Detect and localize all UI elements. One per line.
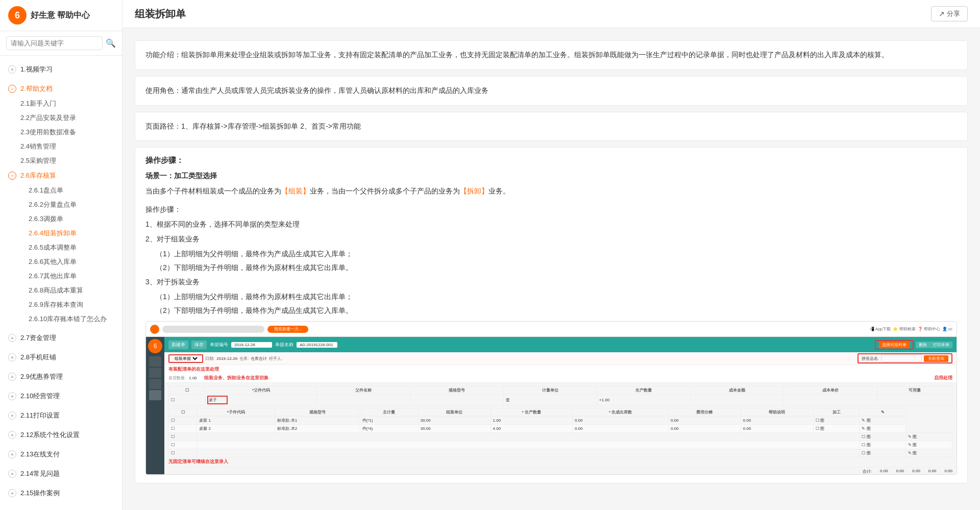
sim-total-last: 0.00 — [944, 469, 952, 474]
sim-date-label: 日期: — [205, 356, 214, 361]
sidebar-item-cases-label: 2.15操作案例 — [20, 489, 60, 498]
sidebar-item-other-outbound[interactable]: 2.6.7其他出库单 — [8, 269, 122, 283]
sidebar-item-ops[interactable]: + 2.10经营管理 — [0, 388, 122, 404]
table-row-2-5: ☐ ☐ 图 ✎ 图 — [169, 449, 952, 457]
sim-nav-btn: 预览新建一方... — [274, 326, 302, 332]
sim-doc-no-value: 2019-12-26 — [231, 342, 272, 348]
sidebar-item-install[interactable]: 2.2产品安装及登录 — [0, 111, 122, 125]
share-button[interactable]: ↗ 分享 — [931, 6, 968, 21]
sidebar-item-data-prep[interactable]: 2.3使用前数据准备 — [0, 125, 122, 139]
th2-avail: 帮助说明 — [741, 408, 813, 417]
td-unit-1: 套 — [503, 395, 597, 406]
content-area: 功能介绍：组装拆卸单用来处理企业组装或拆卸等加工业务，支持有固定装配清单的产品加… — [122, 28, 980, 510]
sidebar-header: 6 好生意 帮助中心 — [0, 0, 122, 31]
sidebar-item-inventory-label: 2.6库存核算 — [20, 171, 56, 180]
sidebar-item-beginner[interactable]: 2.1新手入门 — [0, 96, 122, 111]
sidebar-item-purchase[interactable]: 2.5采购管理 — [0, 154, 122, 168]
sidebar-item-coupon[interactable]: + 2.9优惠券管理 — [0, 369, 122, 384]
sidebar-item-ops-label: 2.10经营管理 — [20, 392, 60, 401]
sidebar-item-stocktake[interactable]: 2.6.1盘点单 — [8, 183, 122, 198]
logo-text: 好生意 帮助中心 — [31, 10, 90, 21]
nav-section-print: + 2.11打印设置 — [0, 406, 122, 425]
sim-type-select: 组装单据 拆卸单据 — [173, 356, 199, 361]
td-qty-1: +1.00 — [597, 395, 690, 406]
steps-block: 操作步骤： 场景一：加工类型选择 当由多个子件材料组装成一个成品的业务为【组装】… — [135, 147, 968, 483]
td-select-1: ☐ — [169, 395, 205, 406]
sidebar-item-transfer[interactable]: 2.6.3调拨单 — [8, 212, 122, 226]
steps-title: 操作步骤： — [145, 156, 957, 165]
sim-total-label: 发货数量: — [168, 375, 186, 381]
td-unit-cost-1 — [783, 395, 877, 406]
sidebar-item-mobile-label: 2.8手机旺铺 — [20, 353, 56, 362]
sidebar-item-cases[interactable]: + 2.15操作案例 — [0, 485, 122, 501]
nav-section-personalize: + 2.12系统个性化设置 — [0, 425, 122, 445]
sidebar-item-assembly[interactable]: 2.6.4组装拆卸单 — [8, 226, 122, 240]
td2-unit-1: 30.00 — [418, 417, 491, 425]
sim-header-print: 打印本单 — [930, 342, 952, 348]
sidebar-item-personalize-label: 2.12系统个性化设置 — [20, 430, 80, 440]
expand-icon-video: + — [8, 65, 16, 74]
sim-assembly-confirm-btn: 选择对应料单 — [879, 342, 910, 348]
sim-total-other-val: 0.00 — [928, 469, 937, 474]
sidebar-item-other-inbound[interactable]: 2.6.6其他入库单 — [8, 255, 122, 269]
sidebar-item-ledger-fix[interactable]: 2.6.10库存账本错了怎么办 — [8, 312, 122, 326]
td-code-highlight: 桌子 — [207, 396, 228, 404]
td2-edit-5: ✎ 图 — [906, 449, 952, 457]
th2-op: 加工 — [813, 408, 860, 417]
sidebar-item-finance[interactable]: + 2.7资金管理 — [0, 330, 122, 346]
search-button[interactable]: 🔍 — [106, 38, 116, 48]
sidebar-item-personalize[interactable]: + 2.12系统个性化设置 — [0, 427, 122, 443]
sidebar-item-docs[interactable]: − 2.帮助文档 — [0, 81, 122, 96]
sim-top-icons: 📲 App下载⭐ 帮助检索❓ 帮助中心👤 cc — [869, 326, 952, 332]
th-item-code: *父件代码 — [205, 386, 317, 395]
scene1-title: 场景一：加工类型选择 — [145, 172, 957, 181]
td2-op-1: ☐ 图 — [813, 417, 860, 425]
sim-totals-row: 发货数量: 1.00 组装业务、拆卸业务在这里切换 启用处理 — [164, 374, 957, 383]
sim-search-btn: 关联查询 — [924, 355, 948, 362]
sim-date-value: 2019-12-26 — [216, 356, 237, 361]
sidebar-item-mobile[interactable]: + 2.8手机旺铺 — [0, 350, 122, 365]
th2-edit: ✎ — [860, 408, 906, 417]
td2-edit-3: ✎ 图 — [906, 433, 952, 441]
sidebar-item-print[interactable]: + 2.11打印设置 — [0, 408, 122, 423]
highlight-disassembly: 【拆卸】 — [460, 187, 488, 195]
sidebar-item-cost-recalc[interactable]: 2.6.8商品成本重算 — [8, 283, 122, 298]
main-content: 组装拆卸单 ↗ 分享 功能介绍：组装拆卸单用来处理企业组装或拆卸等加工业务，支持… — [122, 0, 980, 510]
sim-logo-icon — [150, 325, 159, 334]
nav-section-faq: + 2.14常见问题 — [0, 464, 122, 483]
table-row-2-4: ☐ ☐ 图 ✎ 图 — [169, 441, 952, 449]
step3-text: 3、对于拆装业务 — [145, 276, 957, 288]
expand-icon-faq: + — [8, 470, 16, 478]
sidebar-item-pay[interactable]: + 2.13在线支付 — [0, 447, 122, 462]
sim-annotation1-container: 组装单据 拆卸单据 日期: 2019-12-26 仓库: 仓库合计 经手人: — [164, 352, 957, 374]
sidebar-item-cost-adjust[interactable]: 2.6.5成本调整单 — [8, 240, 122, 255]
sidebar-item-pay-label: 2.13在线支付 — [20, 450, 60, 459]
sidebar-item-sales[interactable]: 2.4销售管理 — [0, 139, 122, 154]
sidebar-item-partial-stocktake[interactable]: 2.6.2分量盘点单 — [8, 198, 122, 212]
th2-qty: * 生产数量 — [491, 408, 572, 417]
sim-nav-icon-3 — [149, 379, 161, 389]
table-row-2-1: ☐ 桌面 1 标准款-木1 件(*1) 30.00 1.00 0.00 0.00 — [169, 417, 952, 425]
td-cost-1 — [690, 395, 783, 406]
th2-code: *子件代码 — [197, 408, 275, 417]
sidebar-item-ledger-query[interactable]: 2.6.9库存账本查询 — [8, 298, 122, 312]
top-bar: 组装拆卸单 ↗ 分享 — [122, 0, 980, 28]
td2-code-2: 桌腿 2 — [197, 425, 275, 433]
search-input[interactable] — [6, 36, 103, 50]
annotation3-text: 启用处理 — [934, 375, 952, 381]
sim-nav-icon-4 — [149, 390, 161, 400]
sidebar-item-faq[interactable]: + 2.14常见问题 — [0, 466, 122, 481]
step2-1-text: （1）上部明细为父件明细，最终作为产成品生成其它入库单； — [145, 248, 957, 260]
td-avail-1 — [877, 395, 952, 406]
table-row: ☐ 桌子 套 +1.00 — [169, 395, 952, 406]
sidebar-item-inventory[interactable]: − 2.6库存核算 — [0, 168, 122, 183]
sim-total-qty-val: 0.00 — [880, 469, 888, 474]
sidebar-item-print-label: 2.11打印设置 — [20, 411, 60, 420]
td2-edit-2: ✎ 图 — [860, 425, 906, 433]
th2-cost: * 生成出库数 — [572, 408, 668, 417]
share-label: 分享 — [947, 9, 960, 18]
sim-btn-save: 保存 — [191, 341, 207, 349]
intro-text: 功能介绍：组装拆卸单用来处理企业组装或拆卸等加工业务，支持有固定装配清单的产品加… — [145, 49, 957, 61]
sidebar-item-video[interactable]: + 1.视频学习 — [0, 62, 122, 77]
screenshot-container: 预览新建一方... 📲 App下载⭐ 帮助检索❓ 帮助中心👤 cc 6 — [145, 321, 957, 475]
